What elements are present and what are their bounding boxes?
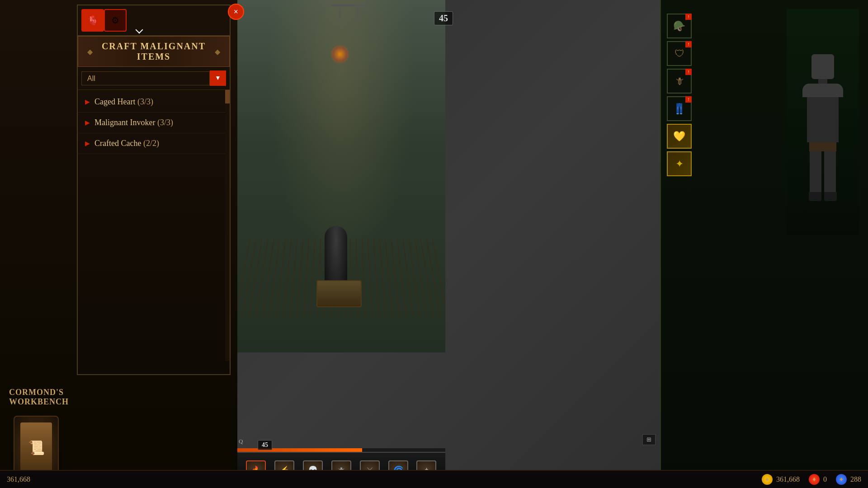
item-name-1: Malignant Invoker (3/3) xyxy=(94,118,173,127)
gold-value: 361,668 xyxy=(776,475,800,483)
new-badge-legs: ! xyxy=(685,96,692,103)
equip-slot-ring2-icon: ✦ xyxy=(675,158,684,170)
craft-panel: 🫀 ⚙ ◆ CRAFT MALIGNANT ITEMS ◆ All ▼ ▶ Ca… xyxy=(77,5,231,375)
equip-slot-ring2[interactable]: ✦ xyxy=(667,151,692,176)
character-level-bottom: 45 xyxy=(258,440,272,450)
red-value: 0 xyxy=(823,475,827,483)
filter-select[interactable]: All xyxy=(81,71,210,85)
blue-value: 288 xyxy=(850,475,861,483)
list-item[interactable]: ▶ Malignant Invoker (3/3) xyxy=(78,113,230,133)
equip-slot-ring1[interactable]: 💛 xyxy=(667,124,692,149)
equip-slot-offhand-icon: 🗡 xyxy=(675,75,684,87)
gold-icon: ● xyxy=(762,474,773,485)
equip-slot-ring1-icon: 💛 xyxy=(673,131,685,142)
workbench-icon: 📜 xyxy=(14,416,59,479)
item-list: ▶ Caged Heart (3/3) ▶ Malignant Invoker … xyxy=(78,90,230,156)
blue-currency-icon: ✦ xyxy=(836,474,847,485)
fire-effect xyxy=(331,45,349,63)
item-name-0: Caged Heart (3/3) xyxy=(94,97,153,107)
map-button[interactable]: ⊞ xyxy=(642,434,656,445)
currency-bar: 361,668 ● 361,668 ♦ 0 ✦ 288 xyxy=(0,470,868,488)
character-view xyxy=(778,0,868,244)
craft-title-bar: ◆ CRAFT MALIGNANT ITEMS ◆ xyxy=(78,36,230,67)
bottom-left-gold-value: 361,668 xyxy=(7,475,30,483)
equip-slot-head[interactable]: ! 🪖 xyxy=(667,14,692,38)
gear-tab-icon: ⚙ xyxy=(111,15,119,26)
filter-bar: All ▼ xyxy=(78,67,230,90)
new-badge: ! xyxy=(685,14,692,20)
craft-tab-heart[interactable]: 🫀 xyxy=(81,9,104,32)
workbench-name-line1: CORMOND'S xyxy=(9,388,69,397)
equip-slot-legs[interactable]: ! 👖 xyxy=(667,96,692,121)
altar-prop xyxy=(316,280,362,307)
item-expand-arrow-2: ▶ xyxy=(85,140,90,147)
craft-diamond-left: ◆ xyxy=(87,47,93,56)
red-currency: ♦ 0 xyxy=(809,474,827,485)
character-level-top: 45 xyxy=(434,11,453,25)
q-keybind-label: Q xyxy=(239,438,243,445)
item-count-1: (3/3) xyxy=(157,118,173,127)
workbench-name-line2: WORKBENCH xyxy=(9,397,69,407)
right-panel: HOLLOW - No Title selected - Profile Mat… xyxy=(660,0,868,488)
game-scene xyxy=(237,0,445,352)
red-currency-icon: ♦ xyxy=(809,474,820,485)
workbench-label: CORMOND'S WORKBENCH xyxy=(9,388,69,407)
equip-slot-chest-icon: 🛡 xyxy=(675,48,684,60)
item-expand-arrow-0: ▶ xyxy=(85,98,90,106)
item-name-2: Crafted Cache (2/2) xyxy=(94,139,159,148)
item-count-0: (3/3) xyxy=(137,97,153,106)
equip-slot-head-icon: 🪖 xyxy=(673,20,685,32)
xp-fill xyxy=(237,448,362,452)
new-badge-offhand: ! xyxy=(685,69,692,75)
equip-slot-legs-icon: 👖 xyxy=(673,103,685,115)
filter-arrow-button[interactable]: ▼ xyxy=(210,70,226,86)
item-count-2: (2/2) xyxy=(143,139,159,148)
gold-currency: 361,668 xyxy=(7,475,30,483)
scaffold-decoration xyxy=(330,5,367,6)
equipment-slots-left: ! 🪖 ! 🛡 ! 🗡 ! 👖 💛 ✦ xyxy=(667,14,692,176)
list-scrollbar[interactable] xyxy=(225,90,230,361)
filter-arrow-icon: ▼ xyxy=(215,75,221,82)
heart-tab-icon: 🫀 xyxy=(87,15,99,26)
new-badge-chest: ! xyxy=(685,41,692,47)
craft-diamond-right: ◆ xyxy=(215,47,220,56)
list-item[interactable]: ▶ Crafted Cache (2/2) xyxy=(78,133,230,154)
close-button[interactable]: × xyxy=(228,4,244,20)
craft-panel-title: CRAFT MALIGNANT ITEMS xyxy=(93,41,215,62)
item-list-wrapper: ▶ Caged Heart (3/3) ▶ Malignant Invoker … xyxy=(78,90,230,361)
equip-slot-chest[interactable]: ! 🛡 xyxy=(667,41,692,66)
list-scrollbar-thumb xyxy=(225,90,230,103)
craft-header: 🫀 ⚙ xyxy=(78,5,230,36)
blue-currency: ✦ 288 xyxy=(836,474,861,485)
list-item[interactable]: ▶ Caged Heart (3/3) xyxy=(78,92,230,113)
game-viewport xyxy=(237,0,445,352)
item-expand-arrow-1: ▶ xyxy=(85,119,90,127)
gold-currency-right: ● 361,668 xyxy=(762,474,800,485)
equip-slot-offhand[interactable]: ! 🗡 xyxy=(667,69,692,94)
craft-tab-gear[interactable]: ⚙ xyxy=(104,9,127,32)
